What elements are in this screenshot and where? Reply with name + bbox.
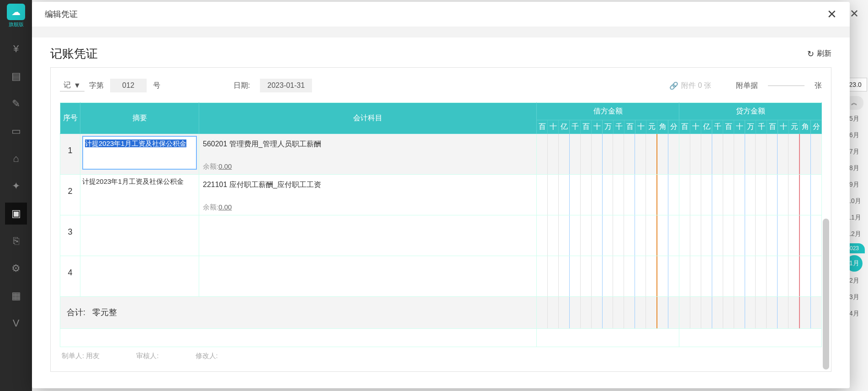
digit-header: 元 xyxy=(646,120,657,134)
digit-header: 百 xyxy=(581,120,592,134)
account-cell[interactable] xyxy=(199,256,537,297)
th-account: 会计科目 xyxy=(199,103,537,134)
summary-cell[interactable]: 计提2023年1月工资及社保公积金 xyxy=(80,134,199,175)
table-row: 2计提2023年1月工资及社保公积金221101 应付职工薪酬_应付职工工资余额… xyxy=(60,175,822,215)
credit-total xyxy=(679,297,822,329)
auditor-label: 审核人: xyxy=(136,352,159,360)
credit-amount[interactable] xyxy=(679,256,822,297)
debit-amount[interactable] xyxy=(537,256,679,297)
th-summary: 摘要 xyxy=(80,103,199,134)
summary-cell[interactable] xyxy=(80,256,199,297)
nav-icon-7[interactable]: ⎘ xyxy=(5,230,27,252)
digit-header: 百 xyxy=(723,120,734,134)
left-sidebar: ☁ 旗舰版 ¥ ▤ ✎ ▭ ⌂ ✦ ▣ ⎘ ⚙ ▦ V xyxy=(0,0,32,391)
attach-docs-label: 附单据 xyxy=(736,81,758,91)
total-row: 合计: 零元整 xyxy=(60,297,537,329)
backdrop-close-icon[interactable]: ✕ xyxy=(850,7,859,20)
digit-header: 千 xyxy=(756,120,767,134)
nav-icon-9[interactable]: V xyxy=(5,312,27,334)
credit-amount[interactable] xyxy=(679,134,822,175)
voucher-number-input[interactable]: 012 xyxy=(110,79,147,92)
voucher-panel: 记 ▼ 字第 012 号 日期: 2023-01-31 🔗 附件 0 张 附单据 xyxy=(50,67,831,372)
row-seq: 4 xyxy=(60,256,80,297)
zhang-label: 张 xyxy=(815,81,822,91)
credit-amount[interactable] xyxy=(679,215,822,256)
digit-header: 百 xyxy=(679,120,690,134)
voucher-heading: 记账凭证 xyxy=(50,46,98,62)
digit-header: 角 xyxy=(800,120,811,134)
attach-docs-input[interactable] xyxy=(768,86,804,86)
attachment-link[interactable]: 🔗 附件 0 张 xyxy=(669,81,711,91)
th-debit: 借方金额 xyxy=(537,103,679,120)
digit-header: 百 xyxy=(767,120,778,134)
refresh-icon: ↻ xyxy=(807,49,814,59)
digit-header: 十 xyxy=(592,120,603,134)
table-row: 4 xyxy=(60,256,822,297)
nav-icon-8[interactable]: ▦ xyxy=(5,285,27,307)
nav-icon-settings[interactable]: ⚙ xyxy=(5,257,27,279)
scrollbar[interactable] xyxy=(823,219,829,370)
paperclip-icon: 🔗 xyxy=(669,81,678,90)
edit-voucher-modal: 编辑凭证 ✕ 记账凭证 ↻ 刷新 记 ▼ 字第 012 号 日期: 2023- xyxy=(32,2,850,388)
digit-header: 亿 xyxy=(701,120,712,134)
debit-amount[interactable] xyxy=(537,175,679,215)
voucher-type-select[interactable]: 记 ▼ xyxy=(60,80,85,91)
row-seq: 3 xyxy=(60,215,80,256)
digit-header: 十 xyxy=(734,120,745,134)
label-zidi: 字第 xyxy=(89,81,104,91)
nav-icon-2[interactable]: ▤ xyxy=(5,65,27,87)
digit-header: 千 xyxy=(712,120,723,134)
nav-icon-active[interactable]: ▣ xyxy=(5,203,27,225)
table-row: 3 xyxy=(60,215,822,256)
refresh-label: 刷新 xyxy=(817,49,831,59)
account-cell[interactable] xyxy=(199,215,537,256)
date-label: 日期: xyxy=(233,81,250,91)
app-edition: 旗舰版 xyxy=(9,21,24,28)
digit-header: 十 xyxy=(778,120,789,134)
row-seq: 2 xyxy=(60,175,80,215)
digit-header: 元 xyxy=(789,120,800,134)
digit-header: 亿 xyxy=(559,120,570,134)
preparer-value: 用友 xyxy=(86,352,100,359)
digit-header: 万 xyxy=(603,120,614,134)
nav-icon-6[interactable]: ✦ xyxy=(5,175,27,197)
summary-cell[interactable]: 计提2023年1月工资及社保公积金 xyxy=(80,175,199,215)
voucher-meta-row: 记 ▼ 字第 012 号 日期: 2023-01-31 🔗 附件 0 张 附单据 xyxy=(60,79,822,92)
close-icon[interactable]: ✕ xyxy=(827,8,837,20)
row-seq: 1 xyxy=(60,134,80,175)
summary-cell[interactable] xyxy=(80,215,199,256)
digit-header: 角 xyxy=(657,120,668,134)
digit-header: 千 xyxy=(570,120,581,134)
date-input[interactable]: 2023-01-31 xyxy=(260,79,312,92)
digit-header: 百 xyxy=(537,120,548,134)
digit-header: 十 xyxy=(548,120,559,134)
credit-amount[interactable] xyxy=(679,175,822,215)
th-credit: 贷方金额 xyxy=(679,103,822,120)
voucher-footer-row: 制单人: 用友 审核人: 修改人: xyxy=(60,347,822,360)
refresh-button[interactable]: ↻ 刷新 xyxy=(807,49,831,59)
table-row: 1计提2023年1月工资及社保公积金560201 管理费用_管理人员职工薪酬余额… xyxy=(60,134,822,175)
debit-amount[interactable] xyxy=(537,134,679,175)
nav-icon-5[interactable]: ⌂ xyxy=(5,148,27,170)
account-cell[interactable]: 560201 管理费用_管理人员职工薪酬余额:0.00 xyxy=(199,134,537,175)
digit-header: 万 xyxy=(745,120,756,134)
nav-icon-3[interactable]: ✎ xyxy=(5,93,27,115)
modifier-label: 修改人: xyxy=(196,352,218,360)
nav-icon-4[interactable]: ▭ xyxy=(5,120,27,142)
digit-header: 百 xyxy=(625,120,635,134)
debit-total xyxy=(537,297,679,329)
digit-header: 分 xyxy=(811,120,821,134)
nav-icon-1[interactable]: ¥ xyxy=(5,38,27,60)
digit-header: 千 xyxy=(614,120,625,134)
preparer-label: 制单人: xyxy=(62,352,84,359)
digit-header: 十 xyxy=(635,120,646,134)
digit-header: 十 xyxy=(690,120,701,134)
account-cell[interactable]: 221101 应付职工薪酬_应付职工工资余额:0.00 xyxy=(199,175,537,215)
label-hao: 号 xyxy=(153,81,160,91)
debit-amount[interactable] xyxy=(537,215,679,256)
app-logo: ☁ xyxy=(7,4,25,20)
th-seq: 序号 xyxy=(60,103,80,134)
digit-header: 分 xyxy=(668,120,679,134)
modal-title: 编辑凭证 xyxy=(45,9,78,20)
voucher-table: 序号 摘要 会计科目 借方金额 贷方金额 百十亿千百十万千百十元角分百十亿千百十… xyxy=(60,102,822,347)
